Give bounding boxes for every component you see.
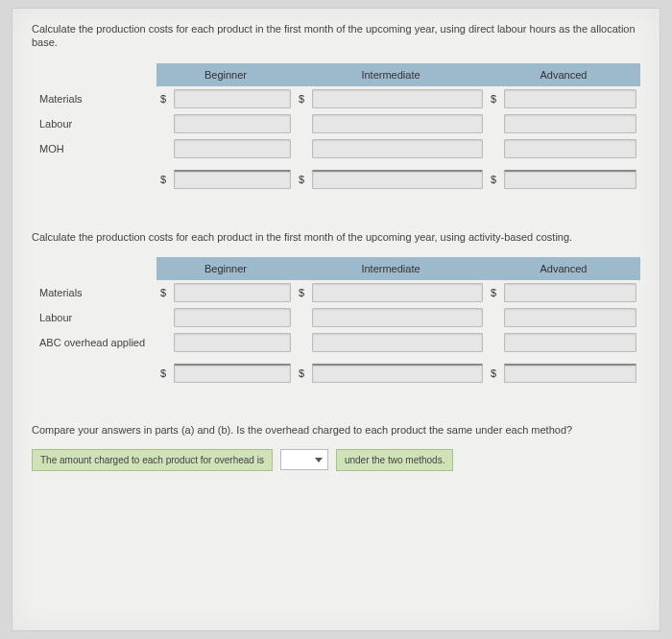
dollar-sign: $: [491, 367, 504, 379]
input-moh-intermediate[interactable]: [312, 139, 483, 158]
col-beginner: Beginner: [156, 63, 295, 86]
input-abc-total-advanced[interactable]: [504, 364, 636, 383]
col-advanced-2: Advanced: [487, 257, 640, 280]
row-moh: MOH: [32, 136, 640, 161]
input-abc-total-beginner[interactable]: [174, 364, 291, 383]
row-abc-overhead: ABC overhead applied: [32, 330, 640, 355]
input-moh-beginner[interactable]: [174, 139, 291, 158]
dollar-sign: $: [160, 367, 174, 379]
input-materials-advanced[interactable]: [504, 89, 636, 108]
prompt-section1: Calculate the production costs for each …: [32, 22, 640, 50]
col-advanced: Advanced: [487, 63, 640, 86]
input-materials-intermediate[interactable]: [312, 89, 483, 108]
dollar-sign: $: [160, 93, 174, 105]
dollar-sign: $: [299, 93, 312, 105]
dollar-sign: $: [491, 93, 504, 105]
input-abc-oh-advanced[interactable]: [504, 333, 636, 352]
input-abc-labour-advanced[interactable]: [504, 308, 636, 327]
answer-line: The amount charged to each product for o…: [32, 449, 640, 471]
dollar-sign: $: [299, 367, 312, 379]
dollar-sign: $: [491, 174, 504, 185]
table-abc: Beginner Intermediate Advanced Materials…: [32, 257, 640, 386]
row-materials: Materials $ $ $: [32, 86, 640, 111]
input-labour-beginner[interactable]: [174, 114, 291, 133]
answer-suffix: under the two methods.: [336, 449, 454, 471]
input-abc-labour-intermediate[interactable]: [312, 308, 483, 327]
input-materials-beginner[interactable]: [174, 89, 291, 108]
row-label-moh: MOH: [32, 136, 156, 161]
input-abc-materials-advanced[interactable]: [504, 283, 636, 302]
input-abc-labour-beginner[interactable]: [174, 308, 291, 327]
dollar-sign: $: [160, 174, 174, 185]
row-labour-2: Labour: [32, 305, 640, 330]
input-abc-oh-beginner[interactable]: [174, 333, 291, 352]
table-corner: [32, 63, 156, 86]
input-moh-advanced[interactable]: [504, 139, 636, 158]
col-beginner-2: Beginner: [156, 257, 295, 280]
input-total-intermediate[interactable]: [312, 170, 483, 189]
dollar-sign: $: [491, 287, 504, 298]
row-label-labour-2: Labour: [32, 305, 156, 330]
worksheet-page: Calculate the production costs for each …: [12, 8, 660, 631]
row-total: $ $ $: [32, 161, 640, 192]
row-labour: Labour: [32, 111, 640, 136]
input-abc-oh-intermediate[interactable]: [312, 333, 483, 352]
row-label-abc-overhead: ABC overhead applied: [32, 330, 156, 355]
dollar-sign: $: [299, 174, 312, 185]
input-labour-intermediate[interactable]: [312, 114, 483, 133]
answer-dropdown[interactable]: [280, 449, 328, 470]
row-label-labour: Labour: [32, 111, 156, 136]
answer-prefix: The amount charged to each product for o…: [32, 449, 273, 471]
input-labour-advanced[interactable]: [504, 114, 636, 133]
col-intermediate: Intermediate: [295, 63, 487, 86]
prompt-section2: Calculate the production costs for each …: [32, 230, 640, 244]
input-abc-materials-beginner[interactable]: [174, 283, 291, 302]
input-total-beginner[interactable]: [174, 170, 291, 189]
table-direct-labour: Beginner Intermediate Advanced Materials…: [32, 63, 640, 192]
input-abc-total-intermediate[interactable]: [312, 364, 483, 383]
table-corner: [32, 257, 156, 280]
row-total-2: $ $ $: [32, 355, 640, 386]
prompt-section3: Compare your answers in parts (a) and (b…: [32, 424, 640, 436]
row-label-materials-2: Materials: [32, 280, 156, 305]
dollar-sign: $: [299, 287, 312, 298]
col-intermediate-2: Intermediate: [295, 257, 487, 280]
dollar-sign: $: [160, 287, 174, 298]
input-total-advanced[interactable]: [504, 170, 636, 189]
row-label-materials: Materials: [32, 86, 156, 111]
input-abc-materials-intermediate[interactable]: [312, 283, 483, 302]
row-materials-2: Materials $ $ $: [32, 280, 640, 305]
